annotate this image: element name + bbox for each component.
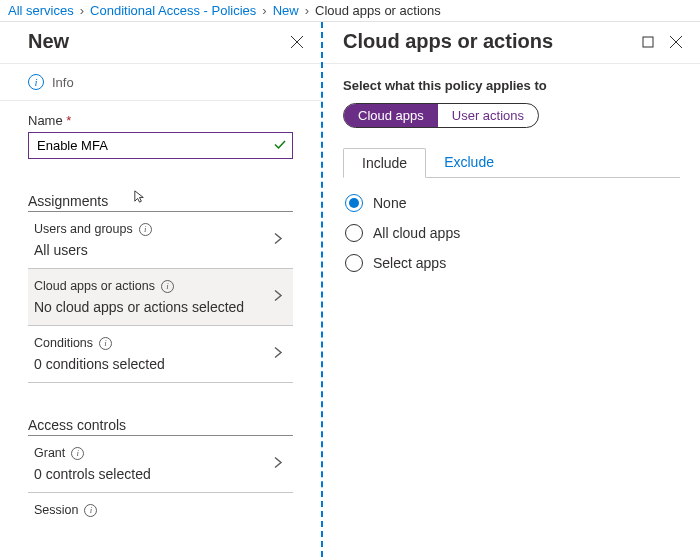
radio-select-label: Select apps bbox=[373, 255, 446, 271]
cloud-apps-value: No cloud apps or actions selected bbox=[34, 299, 293, 315]
cloud-apps-panel: Cloud apps or actions Select what this p… bbox=[323, 22, 700, 557]
breadcrumb-current: Cloud apps or actions bbox=[315, 3, 441, 18]
info-icon: i bbox=[161, 280, 174, 293]
radio-icon bbox=[345, 194, 363, 212]
tab-exclude[interactable]: Exclude bbox=[426, 148, 512, 177]
include-exclude-tabs: Include Exclude bbox=[343, 148, 680, 178]
session-item[interactable]: Sessioni bbox=[28, 493, 293, 519]
chevron-right-icon bbox=[271, 289, 285, 306]
users-and-groups-item[interactable]: Users and groupsi All users bbox=[28, 212, 293, 269]
name-label: Name * bbox=[28, 113, 293, 128]
close-button[interactable] bbox=[287, 32, 307, 52]
info-icon: i bbox=[84, 504, 97, 517]
chevron-right-icon: › bbox=[80, 3, 84, 18]
radio-none-label: None bbox=[373, 195, 406, 211]
chevron-right-icon: › bbox=[305, 3, 309, 18]
breadcrumb-new[interactable]: New bbox=[273, 3, 299, 18]
chevron-right-icon bbox=[271, 456, 285, 473]
info-link[interactable]: i Info bbox=[0, 64, 321, 101]
breadcrumb-conditional-access[interactable]: Conditional Access - Policies bbox=[90, 3, 256, 18]
radio-all-label: All cloud apps bbox=[373, 225, 460, 241]
pill-cloud-apps[interactable]: Cloud apps bbox=[344, 104, 438, 127]
conditions-value: 0 conditions selected bbox=[34, 356, 293, 372]
pill-user-actions[interactable]: User actions bbox=[438, 104, 538, 127]
svg-rect-2 bbox=[643, 37, 653, 47]
chevron-right-icon bbox=[271, 346, 285, 363]
restore-icon bbox=[641, 35, 655, 49]
grant-label: Grant bbox=[34, 446, 65, 460]
cursor-icon bbox=[132, 189, 147, 207]
close-icon bbox=[290, 35, 304, 49]
close-button[interactable] bbox=[666, 32, 686, 52]
breadcrumb-all-services[interactable]: All services bbox=[8, 3, 74, 18]
breadcrumb: All services › Conditional Access - Poli… bbox=[0, 0, 700, 22]
grant-value: 0 controls selected bbox=[34, 466, 293, 482]
info-icon: i bbox=[99, 337, 112, 350]
chevron-right-icon bbox=[271, 232, 285, 249]
applies-to-label: Select what this policy applies to bbox=[343, 78, 680, 93]
radio-none[interactable]: None bbox=[345, 194, 680, 212]
users-and-groups-label: Users and groups bbox=[34, 222, 133, 236]
panel-title-new: New bbox=[28, 30, 279, 53]
info-icon: i bbox=[139, 223, 152, 236]
session-label: Session bbox=[34, 503, 78, 517]
radio-icon bbox=[345, 254, 363, 272]
grant-item[interactable]: Granti 0 controls selected bbox=[28, 436, 293, 493]
new-policy-panel: New i Info Name * Assignments bbox=[0, 22, 323, 557]
assignments-heading: Assignments bbox=[28, 193, 108, 209]
radio-icon bbox=[345, 224, 363, 242]
restore-button[interactable] bbox=[638, 32, 658, 52]
name-input[interactable] bbox=[28, 132, 293, 159]
info-label: Info bbox=[52, 75, 74, 90]
conditions-item[interactable]: Conditionsi 0 conditions selected bbox=[28, 326, 293, 383]
access-controls-heading: Access controls bbox=[28, 417, 293, 433]
conditions-label: Conditions bbox=[34, 336, 93, 350]
chevron-right-icon: › bbox=[262, 3, 266, 18]
cloud-apps-label: Cloud apps or actions bbox=[34, 279, 155, 293]
applies-to-toggle: Cloud apps User actions bbox=[343, 103, 539, 128]
info-icon: i bbox=[28, 74, 44, 90]
panel-title-cloud-apps: Cloud apps or actions bbox=[343, 30, 630, 53]
radio-select-apps[interactable]: Select apps bbox=[345, 254, 680, 272]
cloud-apps-item[interactable]: Cloud apps or actionsi No cloud apps or … bbox=[28, 269, 293, 326]
info-icon: i bbox=[71, 447, 84, 460]
radio-all-cloud-apps[interactable]: All cloud apps bbox=[345, 224, 680, 242]
users-and-groups-value: All users bbox=[34, 242, 293, 258]
close-icon bbox=[669, 35, 683, 49]
tab-include[interactable]: Include bbox=[343, 148, 426, 178]
checkmark-icon bbox=[273, 137, 287, 154]
